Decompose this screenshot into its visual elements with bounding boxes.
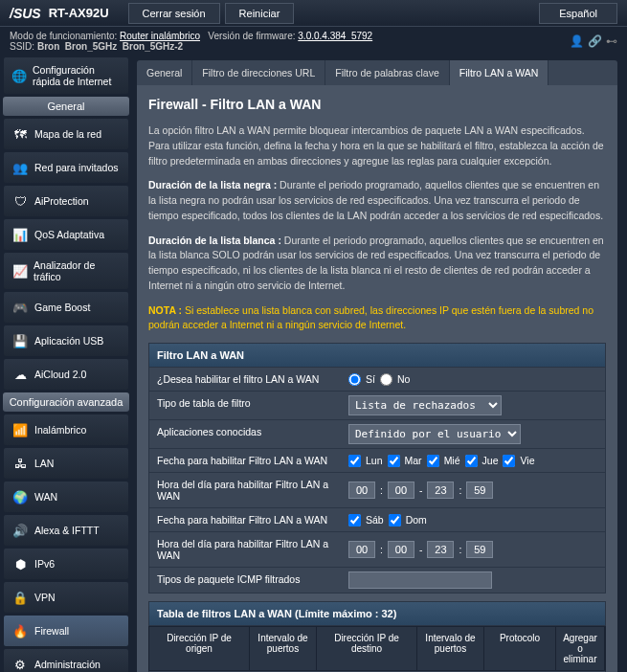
enable-no-radio[interactable] [380, 373, 392, 386]
brand-logo: /SUS [10, 6, 41, 21]
time1-label: Hora del día para habilitar Filtro LAN a… [149, 473, 341, 507]
enable-label: ¿Desea habilitar el filtro LAN a WAN [149, 368, 341, 391]
sidebar-item-firewall[interactable]: 🔥Firewall [3, 615, 129, 647]
table-type-label: Tipo de tabla de filtro [149, 392, 341, 419]
day-vie-checkbox[interactable] [503, 455, 515, 467]
day-mie-checkbox[interactable] [427, 455, 439, 467]
gamepad-icon: 🎮 [11, 299, 29, 316]
table-type-select[interactable]: Lista de rechazados [348, 395, 502, 415]
whitelist-text: Duración de la lista blanca : Durante el… [148, 234, 606, 294]
wan-icon: 🌍 [11, 488, 29, 505]
sidebar-advanced-header: Configuración avanzada [3, 392, 129, 412]
sidebar-item-game[interactable]: 🎮Game Boost [3, 291, 129, 324]
time1-h1-input[interactable] [348, 482, 375, 499]
speed-icon: 📊 [11, 226, 29, 243]
apps-label: Aplicaciones conocidas [149, 420, 341, 448]
mode-link[interactable]: Router inalámbrico [120, 31, 200, 41]
sidebar-item-traffic[interactable]: 📈Analizador de tráfico [3, 252, 129, 290]
tab-url-filter[interactable]: Filtro de direcciones URL [192, 60, 325, 85]
cloud-icon: ☁ [11, 366, 29, 383]
usb-app-icon: 💾 [11, 332, 29, 349]
sidebar-item-vpn[interactable]: 🔒VPN [3, 581, 129, 614]
model-name: RT-AX92U [49, 6, 109, 20]
tab-bar: General Filtro de direcciones URL Filtro… [137, 60, 617, 85]
icmp-input[interactable] [348, 571, 492, 589]
day-dom-checkbox[interactable] [389, 514, 401, 526]
globe-icon: 🌐 [11, 67, 27, 84]
note-text: NOTA : Si establece una lista blanca con… [148, 303, 606, 334]
sidebar-item-alexa[interactable]: 🔊Alexa & IFTTT [3, 514, 129, 547]
blacklist-text: Duración de la lista negra : Durante el … [148, 178, 606, 223]
day-sab-checkbox[interactable] [348, 514, 361, 526]
icmp-label: Tipos de paquete ICMP filtrados [149, 568, 341, 593]
sidebar-item-aicloud[interactable]: ☁AiCloud 2.0 [3, 358, 129, 391]
sidebar: 🌐Configuración rápida de Internet Genera… [0, 56, 132, 672]
table-columns: Dirección IP de origenIntervalo de puert… [148, 626, 606, 671]
sidebar-item-wireless[interactable]: 📶Inalámbrico [3, 414, 129, 446]
logout-button[interactable]: Cerrar sesión [128, 3, 220, 24]
status-icons: 👤 🔗 ⊷ [570, 34, 617, 48]
vpn-icon: 🔒 [11, 589, 29, 606]
enable-yes-radio[interactable] [348, 373, 361, 386]
page-title: Firewall - Filtro LAN a WAN [148, 97, 606, 112]
time2-m2-input[interactable] [466, 541, 493, 558]
tab-general[interactable]: General [137, 60, 192, 85]
sidebar-item-map[interactable]: 🗺Mapa de la red [3, 118, 129, 150]
ipv6-icon: ⬢ [11, 555, 29, 572]
link-icon: 🔗 [588, 34, 602, 48]
time1-m2-input[interactable] [466, 482, 493, 499]
user-icon: 👤 [570, 34, 584, 48]
sidebar-item-aiprotection[interactable]: 🛡AiProtection [3, 185, 129, 217]
sidebar-item-wan[interactable]: 🌍WAN [3, 481, 129, 513]
sidebar-item-ipv6[interactable]: ⬢IPv6 [3, 548, 129, 580]
gear-icon: ⚙ [11, 656, 29, 672]
tab-lan-wan-filter[interactable]: Filtro LAN a WAN [450, 60, 549, 85]
lan-icon: 🖧 [11, 455, 29, 472]
time1-h2-input[interactable] [427, 482, 454, 499]
day-lun-checkbox[interactable] [348, 455, 361, 467]
intro-text: La opción filtro LAN a WAN permite bloqu… [148, 123, 606, 168]
map-icon: 🗺 [11, 125, 29, 143]
day-mar-checkbox[interactable] [388, 455, 400, 467]
sidebar-general-header: General [3, 97, 129, 116]
wifi-icon: 📶 [11, 421, 29, 438]
language-selector[interactable]: Español [539, 3, 617, 24]
usb-icon: ⊷ [606, 34, 617, 48]
firmware-link[interactable]: 3.0.0.4.384_5792 [298, 31, 372, 41]
alexa-icon: 🔊 [11, 522, 29, 539]
time2-label: Hora del día para habilitar Filtro LAN a… [149, 532, 341, 567]
sidebar-item-guest[interactable]: 👥Red para invitados [3, 151, 129, 184]
chart-icon: 📈 [11, 262, 28, 280]
time1-m1-input[interactable] [388, 482, 414, 499]
sidebar-item-usb[interactable]: 💾Aplicación USB [3, 325, 129, 357]
info-line: Modo de funcionamiento: Router inalámbri… [10, 31, 372, 52]
date2-label: Fecha para habilitar Filtro LAN a WAN [149, 508, 341, 531]
time2-h1-input[interactable] [348, 541, 375, 558]
section-header: Filtro LAN a WAN [148, 343, 606, 368]
sidebar-quick-setup[interactable]: 🌐Configuración rápida de Internet [3, 56, 129, 95]
apps-select[interactable]: Definido por el usuario [348, 424, 521, 444]
day-jue-checkbox[interactable] [465, 455, 478, 467]
time2-h2-input[interactable] [427, 541, 454, 558]
firewall-icon: 🔥 [11, 622, 29, 639]
sidebar-item-qos[interactable]: 📊QoS Adaptativa [3, 218, 129, 251]
shield-icon: 🛡 [11, 192, 29, 210]
tab-keyword-filter[interactable]: Filtro de palabras clave [325, 60, 450, 85]
guest-icon: 👥 [11, 159, 29, 176]
table-header: Tabla de filtros LAN a WAN (Límite máxim… [148, 601, 606, 626]
sidebar-item-lan[interactable]: 🖧LAN [3, 447, 129, 480]
sidebar-item-admin[interactable]: ⚙Administración [3, 648, 129, 672]
date1-label: Fecha para habilitar Filtro LAN a WAN [149, 449, 341, 472]
reboot-button[interactable]: Reiniciar [225, 3, 295, 24]
time2-m1-input[interactable] [388, 541, 414, 558]
